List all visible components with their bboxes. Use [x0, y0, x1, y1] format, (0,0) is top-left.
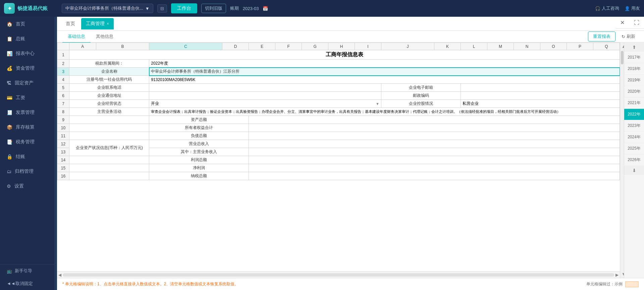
r10-empty: [69, 124, 149, 132]
copy-button[interactable]: ⊟: [157, 4, 167, 13]
r9-value[interactable]: [249, 116, 620, 124]
sidebar-item-inventory[interactable]: 📦 库存核算: [0, 120, 57, 135]
r11-value[interactable]: [249, 132, 620, 140]
r13-label: 其中：主营业务收入: [149, 148, 249, 156]
r7-holding[interactable]: 私营企业: [461, 100, 620, 108]
r2-value[interactable]: 2022年度: [149, 60, 620, 68]
scroll-left-arrow[interactable]: ◀: [58, 273, 61, 277]
sidebar-item-asset[interactable]: 🏗 固定资产: [0, 76, 57, 90]
h-scroll-track[interactable]: [63, 273, 614, 277]
main-layout: 🏠 首页 📋 总账 📊 报表中心 💰 资金管理 🏗 固定资产 💳 工资: [0, 17, 644, 290]
sidebar-item-salary[interactable]: 💳 工资: [0, 90, 57, 105]
year-2024[interactable]: 2024年: [624, 132, 644, 143]
scroll-right-arrow[interactable]: ▶: [615, 273, 619, 277]
archive-icon: 🗂: [7, 169, 11, 174]
sidebar-settings-label: 设置: [14, 183, 24, 189]
vertical-scrollbar[interactable]: ▲ ▼: [620, 43, 624, 278]
col-H[interactable]: H: [328, 43, 355, 50]
col-I[interactable]: I: [355, 43, 381, 50]
sidebar-salary-label: 工资: [16, 95, 25, 101]
col-J[interactable]: J: [381, 43, 434, 50]
switch-version-button[interactable]: 切到旧版: [201, 4, 226, 13]
year-nav-down[interactable]: ⬇: [624, 166, 644, 175]
r6-addr[interactable]: [149, 92, 381, 100]
col-C[interactable]: C: [149, 43, 222, 50]
r15-value[interactable]: [249, 164, 620, 172]
sidebar-item-report[interactable]: 📊 报表中心: [0, 46, 57, 61]
r5-phone[interactable]: [149, 84, 381, 92]
col-M[interactable]: M: [487, 43, 514, 50]
tab-active[interactable]: 工商管理 ×: [81, 18, 114, 29]
col-Q[interactable]: Q: [593, 43, 620, 50]
r12-value[interactable]: [249, 140, 620, 148]
col-G[interactable]: G: [302, 43, 328, 50]
workbench-button[interactable]: 工作台: [171, 3, 197, 13]
year-2019[interactable]: 2019年: [624, 75, 644, 86]
sidebar-item-home[interactable]: 🏠 首页: [0, 17, 57, 31]
sub-tab-basic[interactable]: 基础信息: [62, 31, 91, 43]
close-window-button[interactable]: ✕: [615, 17, 629, 29]
year-2018[interactable]: 2018年: [624, 63, 644, 75]
sidebar-item-invoice[interactable]: 🧾 发票管理: [0, 105, 57, 120]
col-B[interactable]: B: [96, 43, 149, 50]
year-2023[interactable]: 2023年: [624, 120, 644, 132]
calendar-icon[interactable]: 📅: [263, 6, 268, 11]
col-F[interactable]: F: [275, 43, 302, 50]
expand-window-button[interactable]: ⛶: [629, 17, 644, 29]
refresh-button[interactable]: ↻ 刷新: [618, 32, 639, 41]
table-row: 5 企业联系电话 企业电子邮箱: [57, 84, 620, 92]
r4-value[interactable]: 91320100MA208E5W6K: [149, 76, 620, 84]
year-2025[interactable]: 2025年: [624, 143, 644, 154]
spreadsheet-main[interactable]: A B C D E F G H I J: [57, 43, 620, 271]
r7-status[interactable]: 开业 ▼: [149, 100, 381, 108]
col-N[interactable]: N: [514, 43, 540, 50]
sidebar-item-tax[interactable]: 📑 税务管理: [0, 135, 57, 149]
r13-value[interactable]: [249, 148, 620, 156]
horizontal-scrollbar[interactable]: ◀ ▶: [57, 271, 620, 278]
company-selector[interactable]: 中审众环会计师事务所（特殊普通合伙... ▼: [62, 4, 153, 13]
col-L[interactable]: L: [461, 43, 487, 50]
settings-icon: ⚙: [7, 184, 11, 189]
col-A[interactable]: A: [69, 43, 96, 50]
scroll-thumb[interactable]: [621, 51, 624, 64]
r6-zip[interactable]: [461, 92, 620, 100]
tab-close-button[interactable]: ×: [107, 21, 109, 26]
year-nav-up[interactable]: ⬆: [624, 43, 644, 52]
service-button[interactable]: 🎧 人工咨询: [595, 5, 619, 11]
headset-icon: 🎧: [595, 6, 600, 11]
sidebar-item-archive[interactable]: 🗂 归档管理: [0, 164, 57, 179]
col-E[interactable]: E: [249, 43, 275, 50]
year-2017[interactable]: 2017年: [624, 52, 644, 63]
tab-home[interactable]: 首页: [61, 18, 80, 29]
r8-value[interactable]: 审查企业会计报表；出具审计报告；验证企业资本；出具验资报告；办理企业合并、分立、…: [149, 108, 620, 116]
year-2026[interactable]: 2026年: [624, 154, 644, 166]
sub-tab-other[interactable]: 其他信息: [91, 31, 119, 43]
sidebar-invoice-label: 发票管理: [16, 110, 35, 116]
r3-label: 企业名称: [69, 68, 149, 76]
user-area[interactable]: 👤 用友: [625, 5, 640, 11]
col-K[interactable]: K: [434, 43, 461, 50]
r3-value[interactable]: 中审众环会计师事务所（特殊普通合伙）江苏分所: [149, 68, 620, 76]
year-2022[interactable]: 2022年: [624, 109, 644, 120]
sidebar-item-ledger[interactable]: 📋 总账: [0, 31, 57, 46]
r5-email[interactable]: [461, 84, 620, 92]
unpin-button[interactable]: ◄◄取消固定: [0, 277, 57, 290]
scroll-up-arrow[interactable]: ▲: [620, 43, 624, 50]
sidebar-item-settings[interactable]: ⚙ 设置: [0, 179, 57, 194]
r16-value[interactable]: [249, 172, 620, 180]
year-2021[interactable]: 2021年: [624, 97, 644, 109]
r10-value[interactable]: [249, 124, 620, 132]
scroll-down-arrow[interactable]: ▼: [620, 270, 624, 278]
copy-icon: ⊟: [160, 6, 164, 11]
new-guide-button[interactable]: 📺 新手引导: [0, 265, 57, 277]
sidebar-item-fund[interactable]: 💰 资金管理: [0, 61, 57, 76]
reset-report-button[interactable]: 重置报表: [588, 31, 615, 42]
company-dropdown-icon: ▼: [145, 6, 150, 11]
year-2020[interactable]: 2020年: [624, 86, 644, 97]
r14-value[interactable]: [249, 156, 620, 164]
col-P[interactable]: P: [567, 43, 593, 50]
col-D[interactable]: D: [222, 43, 249, 50]
sidebar-item-closing[interactable]: 🔒 结账: [0, 149, 57, 164]
col-O[interactable]: O: [540, 43, 567, 50]
r14-empty: [69, 156, 149, 164]
